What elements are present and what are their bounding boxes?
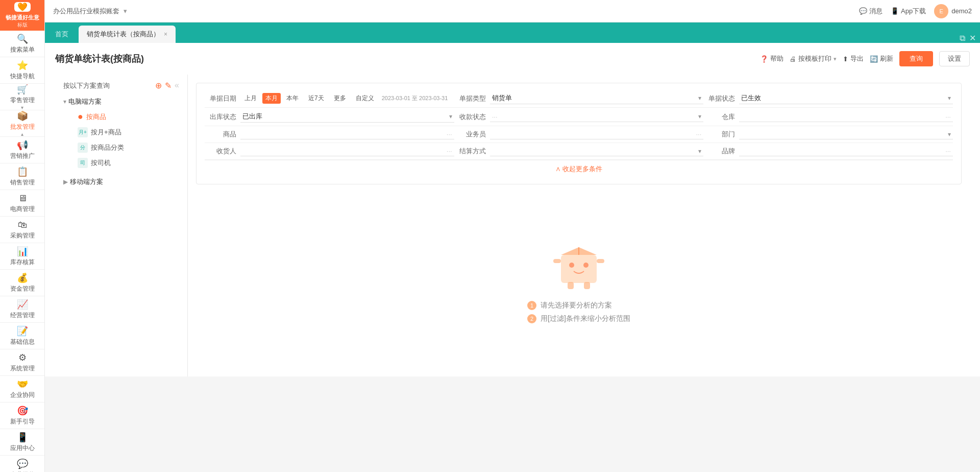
- tree-toggle-desktop[interactable]: ▾: [63, 98, 66, 105]
- empty-state: 1 请先选择要分析的方案 2 用[过滤]条件来缩小分析范围: [196, 188, 962, 368]
- tree-item-goods-category[interactable]: 分 按商品分类: [59, 140, 183, 155]
- sidebar-item-label: 零售管理: [10, 96, 35, 105]
- goods-control[interactable]: ···: [240, 129, 454, 139]
- export-icon: ⬆: [843, 55, 848, 63]
- receiver-label: 收货人: [205, 147, 240, 156]
- receiver-control[interactable]: ···: [240, 146, 454, 156]
- sidebar-item-sales[interactable]: 📋 销售管理: [0, 163, 44, 190]
- doc-status-label: 单据状态: [703, 94, 739, 103]
- sidebar-item-system[interactable]: ⚙ 系统管理: [0, 349, 44, 376]
- settlement-label: 结算方式: [454, 147, 490, 156]
- goods-label: 按商品: [86, 112, 106, 122]
- tab-sales-stats[interactable]: 销货单统计表（按商品） ×: [79, 26, 176, 43]
- empty-tip-2: 2 用[过滤]条件来缩小分析范围: [527, 314, 630, 323]
- sidebar-item-basicinfo[interactable]: 📝 基础信息: [0, 323, 44, 349]
- edit-scheme-icon[interactable]: ✎: [165, 81, 172, 90]
- user-profile-button[interactable]: E demo2: [934, 4, 972, 18]
- sidebar-item-label: 新手引导: [10, 417, 35, 426]
- settlement-control[interactable]: ▾: [490, 147, 704, 156]
- doc-status-value: 已生效: [741, 93, 761, 103]
- refresh-button[interactable]: 🔄 刷新: [870, 54, 893, 63]
- tree-item-month-goods[interactable]: 月+ 按月+商品: [59, 125, 183, 140]
- sidebar-item-appcenter[interactable]: 📱 应用中心: [0, 429, 44, 456]
- date-tab-this-month[interactable]: 本月: [262, 93, 281, 104]
- app-download-button[interactable]: 📱 App下载: [891, 7, 926, 16]
- salesperson-control[interactable]: ···: [490, 129, 704, 139]
- purchase-icon: 🛍: [18, 220, 27, 230]
- brand-control[interactable]: ···: [739, 146, 953, 156]
- sidebar-item-guide[interactable]: 🎯 新手引导: [0, 403, 44, 429]
- empty-illustration: [548, 229, 609, 291]
- date-tab-last7[interactable]: 近7天: [304, 93, 328, 104]
- settings-button[interactable]: 设置: [939, 51, 970, 66]
- export-button[interactable]: ⬆ 导出: [843, 54, 864, 63]
- sidebar-item-collab[interactable]: 🤝 企业协同: [0, 376, 44, 403]
- system-icon: ⚙: [18, 352, 27, 363]
- wholesale-expand-arrow: ▴: [21, 131, 23, 137]
- sidebar-item-label: 批发管理: [10, 123, 35, 131]
- sidebar-item-corpwechat[interactable]: 💬 企业微信: [0, 456, 44, 472]
- goods-category-icon: 分: [78, 143, 88, 153]
- tree-item-driver[interactable]: 司 按司机: [59, 155, 183, 171]
- sidebar-item-ecommerce[interactable]: 🖥 电商管理: [0, 190, 44, 217]
- brand-cell: 品牌 ···: [703, 143, 953, 160]
- empty-tip-1: 1 请先选择要分析的方案: [527, 301, 630, 310]
- date-tab-more[interactable]: 更多: [330, 93, 350, 104]
- content-wrapper: 销货单统计表(按商品) ❓ 帮助 🖨 按模板打印 ▾ ⬆ 导出: [45, 43, 980, 376]
- sidebar-item-wholesale[interactable]: 📦 批发管理 ▴: [0, 110, 44, 137]
- help-icon: ❓: [760, 55, 768, 63]
- doc-status-control[interactable]: 已生效 ▾: [739, 92, 953, 104]
- sidebar-item-purchase[interactable]: 🛍 采购管理: [0, 217, 44, 243]
- template-print-button[interactable]: 🖨 按模板打印 ▾: [790, 54, 837, 63]
- sidebar-item-label: 采购管理: [10, 231, 35, 240]
- sidebar-item-search[interactable]: 🔍 搜索菜单: [0, 31, 44, 57]
- date-tab-custom[interactable]: 自定义: [352, 93, 378, 104]
- breadcrumb-text: 办公用品行业模拟账套: [53, 7, 119, 16]
- date-filter-cell: 单据日期 上月 本月 本年 近7天 更多 自定义 2023-03-01 至 20…: [205, 89, 454, 108]
- collection-status-control[interactable]: ··· ▾: [490, 112, 704, 122]
- tab-sales-stats-close[interactable]: ×: [164, 31, 167, 38]
- doc-status-arrow: ▾: [948, 95, 951, 102]
- sidebar-item-marketing[interactable]: 📢 营销推广: [0, 137, 44, 163]
- sidebar-item-finance[interactable]: 💰 资金管理: [0, 270, 44, 296]
- add-scheme-icon[interactable]: ⊕: [155, 81, 162, 90]
- warehouse-control[interactable]: ···: [739, 112, 953, 122]
- tree-toggle-mobile[interactable]: ▶: [63, 178, 68, 185]
- collapse-panel-icon[interactable]: «: [175, 81, 179, 90]
- tree-desktop-scheme[interactable]: ▾ 电脑端方案: [59, 95, 183, 109]
- tree-item-by-goods[interactable]: ● 按商品: [59, 109, 183, 125]
- messages-button[interactable]: 💬 消息: [859, 7, 883, 16]
- filter-row-1: 单据日期 上月 本月 本年 近7天 更多 自定义 2023-03-01 至 20…: [205, 89, 953, 108]
- breadcrumb-arrow[interactable]: ▾: [124, 7, 127, 15]
- tab-bar: 首页 销货单统计表（按商品） × ⧉ ✕: [45, 22, 980, 43]
- brand-label: 品牌: [703, 147, 739, 156]
- collapse-filters-button[interactable]: ∧ 收起更多条件: [205, 160, 953, 178]
- sidebar-item-retail[interactable]: 🛒 零售管理 ▾: [0, 84, 44, 110]
- refresh-label: 刷新: [880, 54, 893, 63]
- department-control[interactable]: ▾: [739, 130, 953, 139]
- receiver-dots: ···: [447, 147, 452, 155]
- tree-mobile-scheme[interactable]: ▶ 移动端方案: [59, 175, 183, 189]
- help-label: 帮助: [770, 54, 783, 63]
- warehouse-status-control[interactable]: 已出库 ▾: [240, 111, 454, 123]
- sidebar-item-operations[interactable]: 📈 经营管理: [0, 296, 44, 323]
- query-button[interactable]: 查询: [899, 51, 933, 66]
- doc-status-cell: 单据状态 已生效 ▾: [703, 89, 953, 108]
- help-button[interactable]: ❓ 帮助: [760, 54, 783, 63]
- doc-type-control[interactable]: 销货单 ▾: [490, 92, 704, 104]
- print-icon: 🖨: [790, 55, 796, 63]
- tab-restore-icon[interactable]: ⧉: [960, 34, 965, 43]
- basicinfo-icon: 📝: [17, 325, 28, 337]
- panel-title: 按以下方案查询 ⊕ ✎ «: [59, 81, 183, 90]
- search-icon: 🔍: [17, 33, 28, 44]
- sidebar-item-quicknav[interactable]: ⭐ 快捷导航: [0, 57, 44, 84]
- date-tab-last-month[interactable]: 上月: [240, 93, 261, 104]
- sidebar-item-inventory[interactable]: 📊 库存核算: [0, 243, 44, 270]
- tab-maximize-icon[interactable]: ✕: [969, 33, 976, 43]
- warehouse-dots: ···: [945, 113, 951, 121]
- template-print-arrow[interactable]: ▾: [834, 56, 837, 62]
- mobile-scheme-label: 移动端方案: [70, 177, 103, 186]
- guide-icon: 🎯: [17, 405, 28, 416]
- tab-home[interactable]: 首页: [47, 26, 77, 43]
- date-tab-this-year[interactable]: 本年: [282, 93, 303, 104]
